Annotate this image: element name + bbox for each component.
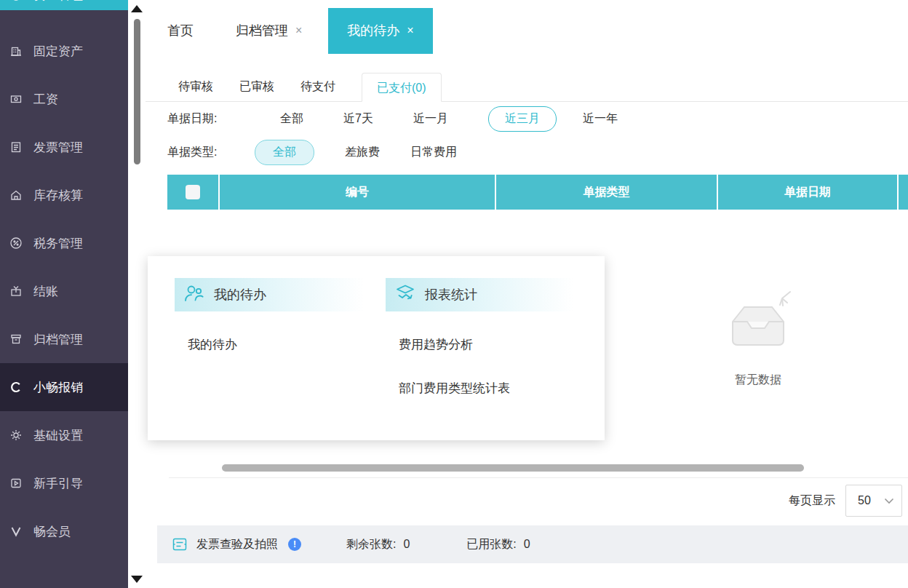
report-stats-icon [394, 284, 416, 306]
sidebar-item-label: 畅会员 [33, 523, 71, 540]
sidebar-item-member[interactable]: 畅会员 [0, 507, 128, 555]
content-divider [169, 477, 908, 478]
sidebar-item-label: 税务管理 [33, 235, 83, 252]
tab-my-todo[interactable]: 我的待办 × [328, 8, 432, 54]
sidebar-item-label: 库存核算 [33, 187, 83, 204]
main-content: 首页 归档管理 × 我的待办 × 待审核 已审核 待支付 已支付(0) 单据日期… [146, 0, 908, 588]
filter-type-all-selected[interactable]: 全部 [255, 140, 314, 165]
sidebar-item-label: 结账 [33, 283, 58, 300]
col-header-number: 编号 [220, 175, 495, 210]
horizontal-scrollbar-thumb[interactable] [222, 464, 804, 472]
scroll-up-icon[interactable] [131, 5, 143, 12]
sidebar-item-label: 归档管理 [33, 331, 83, 348]
sidebar: 资金管理 固定资产 工资 发票管理 库存核算 [0, 0, 128, 588]
filter-date-1m[interactable]: 近一月 [413, 111, 448, 127]
sidebar-item-label: 小畅报销 [33, 379, 83, 396]
tab-label: 我的待办 [347, 22, 399, 39]
empty-state: 暂无数据 [685, 288, 831, 388]
close-icon[interactable]: × [407, 25, 413, 36]
salary-icon [9, 92, 23, 106]
filter-date-1y[interactable]: 近一年 [583, 111, 618, 127]
remaining-count-value: 0 [403, 538, 410, 551]
sidebar-item-invoice-mgmt[interactable]: 发票管理 [0, 123, 128, 171]
sidebar-item-label: 工资 [33, 91, 58, 108]
gear-icon [9, 428, 23, 442]
sidebar-item-inventory[interactable]: 库存核算 [0, 171, 128, 219]
tax-icon [9, 236, 23, 250]
footer-bar: 发票查验及拍照 ! 剩余张数: 0 已用张数: 0 [157, 525, 908, 563]
sidebar-item-salary[interactable]: 工资 [0, 75, 128, 123]
filter-type-label: 单据类型: [167, 145, 229, 160]
sidebar-item-guide[interactable]: 新手引导 [0, 459, 128, 507]
reimburse-icon [9, 380, 23, 394]
archive-icon [9, 332, 23, 346]
sidebar-item-fixed-assets[interactable]: 固定资产 [0, 27, 128, 75]
page-size-select[interactable]: 50 [845, 485, 902, 517]
sidebar-item-tax[interactable]: 税务管理 [0, 219, 128, 267]
sidebar-item-label: 新手引导 [33, 475, 83, 492]
sidebar-scrollbar[interactable] [128, 0, 146, 588]
tab-archive[interactable]: 归档管理 × [236, 22, 302, 39]
used-count-value: 0 [524, 538, 530, 551]
filter-date-label: 单据日期: [167, 111, 229, 127]
filter-row-date: 单据日期: 全部 近7天 近一月 近三月 近一年 [146, 102, 908, 135]
popup-item-expense-trend[interactable]: 费用趋势分析 [399, 336, 473, 353]
page-size-label: 每页显示 [789, 493, 835, 509]
select-all-cell [167, 175, 218, 210]
col-header-overflow [899, 175, 908, 210]
app-root: 资金管理 固定资产 工资 发票管理 库存核算 [0, 0, 908, 588]
used-count-label: 已用张数: [466, 537, 516, 552]
popup-section-title: 我的待办 [214, 286, 266, 303]
page-size-value: 50 [858, 494, 871, 507]
member-icon [9, 524, 23, 539]
sidebar-scrollbar-thumb[interactable] [134, 19, 140, 164]
popup-item-my-todo[interactable]: 我的待办 [188, 336, 237, 353]
pagination: 每页显示 50 [789, 485, 902, 517]
subtab-pending-review[interactable]: 待审核 [178, 72, 213, 101]
col-header-date: 单据日期 [718, 175, 897, 210]
popup-section-reports: 报表统计 [386, 278, 573, 311]
close-icon[interactable]: × [295, 25, 302, 36]
sidebar-item-label: 资金管理 [33, 0, 83, 4]
select-all-checkbox[interactable] [186, 185, 200, 199]
sidebar-item-settings[interactable]: 基础设置 [0, 411, 128, 459]
sidebar-item-settle[interactable]: 结账 [0, 267, 128, 315]
empty-state-text: 暂无数据 [685, 373, 831, 388]
invoice-icon [9, 140, 23, 154]
invoice-check-label[interactable]: 发票查验及拍照 [196, 537, 278, 552]
status-subtabs: 待审核 已审核 待支付 已支付(0) [146, 61, 908, 102]
inventory-icon [9, 188, 23, 202]
subtab-paid[interactable]: 已支付(0) [362, 73, 442, 102]
info-icon[interactable]: ! [288, 538, 301, 551]
filter-date-all[interactable]: 全部 [280, 111, 303, 127]
filter-type-travel[interactable]: 差旅费 [345, 145, 380, 160]
settle-icon [9, 284, 23, 298]
sidebar-item-archive[interactable]: 归档管理 [0, 315, 128, 363]
todo-group-icon [183, 284, 205, 306]
col-header-type: 单据类型 [496, 175, 717, 210]
chevron-down-icon [884, 494, 894, 507]
building-icon [9, 44, 23, 58]
popup-section-todo: 我的待办 [175, 278, 364, 311]
filter-date-7d[interactable]: 近7天 [343, 111, 373, 127]
invoice-scan-icon [172, 536, 188, 552]
filter-date-3m-selected[interactable]: 近三月 [488, 106, 557, 132]
subtab-reviewed[interactable]: 已审核 [239, 72, 274, 101]
remaining-count-label: 剩余张数: [346, 537, 396, 552]
tab-home[interactable]: 首页 [167, 22, 194, 39]
table-header: 编号 单据类型 单据日期 [167, 175, 908, 210]
popup-section-title: 报表统计 [425, 286, 477, 303]
sidebar-item-label: 固定资产 [33, 43, 83, 60]
scroll-down-icon[interactable] [131, 576, 143, 583]
filter-row-type: 单据类型: 全部 差旅费 日常费用 [146, 135, 908, 169]
popup-item-dept-expense-table[interactable]: 部门费用类型统计表 [399, 380, 510, 397]
sidebar-item-reimburse[interactable]: 小畅报销 [0, 363, 128, 411]
money-icon [9, 0, 23, 2]
sidebar-item-label: 基础设置 [33, 427, 83, 444]
subtab-pending-pay[interactable]: 待支付 [300, 72, 335, 101]
sidebar-item-funds[interactable]: 资金管理 [0, 0, 128, 10]
tab-label: 首页 [167, 22, 194, 39]
filter-type-daily[interactable]: 日常费用 [410, 145, 457, 160]
top-tabbar: 首页 归档管理 × 我的待办 × [146, 0, 908, 61]
guide-icon [9, 476, 23, 490]
